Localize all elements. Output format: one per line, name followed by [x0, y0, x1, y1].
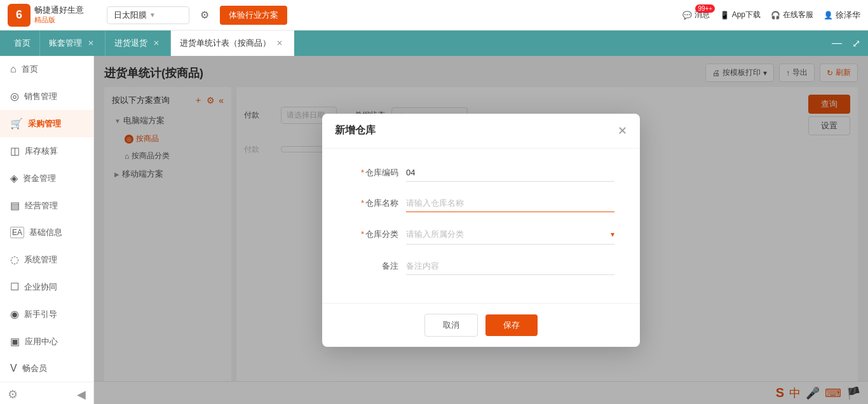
- modal-title: 新增仓库: [335, 124, 376, 137]
- inventory-icon: ◫: [10, 145, 20, 157]
- sidebar-item-system[interactable]: ◌ 系统管理: [0, 246, 93, 273]
- sidebar: ⌂ 首页 ◎ 销售管理 🛒 采购管理 ◫ 库存核算 ◈ 资金管理 ▤ 经营管理 …: [0, 56, 94, 404]
- logo-text: 畅捷通好生意: [34, 5, 84, 16]
- sales-icon: ◎: [10, 90, 19, 102]
- warehouse-class-label: *仓库分类: [348, 229, 398, 240]
- vip-icon: V: [10, 363, 17, 374]
- trial-button[interactable]: 体验行业方案: [220, 6, 287, 25]
- user-icon: 👤: [824, 11, 833, 20]
- tab-maximize-button[interactable]: ⤢: [850, 35, 863, 52]
- sidebar-item-purchase[interactable]: 🛒 采购管理: [0, 110, 93, 137]
- logo-icon: 6: [8, 4, 31, 27]
- tab-close-purchase-return[interactable]: ✕: [151, 38, 161, 48]
- warehouse-name-label: *仓库名称: [348, 198, 398, 209]
- finance-icon: ◈: [10, 172, 18, 184]
- chevron-down-icon: ▾: [611, 230, 614, 239]
- warehouse-class-selector[interactable]: 请输入所属分类 ▾: [406, 225, 614, 245]
- modal-footer: 取消 保存: [322, 303, 640, 347]
- operation-icon: ▤: [10, 199, 20, 212]
- tab-purchase-stats[interactable]: 进货单统计表（按商品） ✕: [171, 30, 294, 56]
- headset-icon: 🎧: [771, 11, 780, 20]
- cancel-button[interactable]: 取消: [424, 314, 478, 337]
- sidebar-collapse-icon[interactable]: ◀: [77, 387, 86, 401]
- basic-icon: EA: [10, 227, 24, 238]
- app-center-icon: ▣: [10, 335, 20, 347]
- warehouse-code-label: *仓库编码: [348, 167, 398, 178]
- guide-icon: ◉: [10, 308, 19, 320]
- warehouse-code-input[interactable]: [406, 164, 614, 182]
- modal-new-warehouse: 新增仓库 ✕ *仓库编码 *仓库名称: [322, 114, 640, 347]
- enterprise-icon: ☐: [10, 281, 19, 293]
- tab-bar: 首页 账套管理 ✕ 进货退货 ✕ 进货单统计表（按商品） ✕ — ⤢: [0, 30, 868, 56]
- sidebar-item-basic[interactable]: EA 基础信息: [0, 219, 93, 246]
- modal-overlay: 新增仓库 ✕ *仓库编码 *仓库名称: [94, 56, 868, 404]
- tab-accounts[interactable]: 账套管理 ✕: [40, 30, 105, 56]
- sidebar-item-vip[interactable]: V 畅会员: [0, 355, 93, 382]
- tab-close-accounts[interactable]: ✕: [86, 38, 96, 48]
- note-label: 备注: [348, 260, 398, 272]
- settings-icon[interactable]: ⚙: [8, 387, 18, 401]
- logo-sub: 精品版: [34, 15, 84, 25]
- content-area: 进货单统计(按商品) 🖨 按模板打印 ▾ ↑ 导出 ↻ 刷新: [94, 56, 868, 404]
- app-download-button[interactable]: 📱 App下载: [720, 10, 761, 20]
- note-input[interactable]: [406, 257, 614, 275]
- modal-header: 新增仓库 ✕: [322, 114, 640, 149]
- warehouse-name-input[interactable]: [406, 194, 614, 212]
- messages-button[interactable]: 💬 消息 99++: [682, 10, 710, 20]
- store-selector[interactable]: 日太阳膜 ▼: [107, 6, 189, 24]
- home-icon: ⌂: [10, 64, 17, 75]
- form-row-code: *仓库编码: [348, 164, 614, 182]
- sidebar-item-enterprise[interactable]: ☐ 企业协同: [0, 273, 93, 300]
- form-row-note: 备注: [348, 257, 614, 275]
- gear-button[interactable]: ⚙: [194, 5, 215, 25]
- tab-minimize-button[interactable]: —: [829, 35, 844, 51]
- tab-purchase-return[interactable]: 进货退货 ✕: [105, 30, 171, 56]
- system-icon: ◌: [10, 253, 19, 266]
- online-service-button[interactable]: 🎧 在线客服: [771, 10, 813, 20]
- modal-close-button[interactable]: ✕: [618, 124, 627, 138]
- sidebar-item-guide[interactable]: ◉ 新手引导: [0, 300, 93, 328]
- message-badge: 99++: [695, 4, 714, 13]
- mobile-icon: 📱: [720, 11, 729, 20]
- tab-close-purchase-stats[interactable]: ✕: [275, 38, 285, 48]
- sidebar-item-operation[interactable]: ▤ 经营管理: [0, 192, 93, 219]
- user-menu[interactable]: 👤 徐泽华: [824, 10, 860, 21]
- chevron-down-icon: ▼: [149, 11, 156, 18]
- sidebar-item-home[interactable]: ⌂ 首页: [0, 56, 93, 83]
- sidebar-item-finance[interactable]: ◈ 资金管理: [0, 165, 93, 192]
- sidebar-item-sales[interactable]: ◎ 销售管理: [0, 83, 93, 110]
- modal-body: *仓库编码 *仓库名称 *仓库分类: [322, 149, 640, 303]
- sidebar-item-inventory[interactable]: ◫ 库存核算: [0, 137, 93, 165]
- purchase-icon: 🛒: [10, 118, 23, 130]
- sidebar-item-app-center[interactable]: ▣ 应用中心: [0, 328, 93, 355]
- logo-area: 6 畅捷通好生意 精品版: [8, 4, 102, 27]
- message-icon: 💬: [682, 11, 692, 20]
- save-button[interactable]: 保存: [485, 314, 538, 336]
- form-row-name: *仓库名称: [348, 194, 614, 212]
- tab-home[interactable]: 首页: [5, 30, 40, 56]
- form-row-class: *仓库分类 请输入所属分类 ▾: [348, 225, 614, 245]
